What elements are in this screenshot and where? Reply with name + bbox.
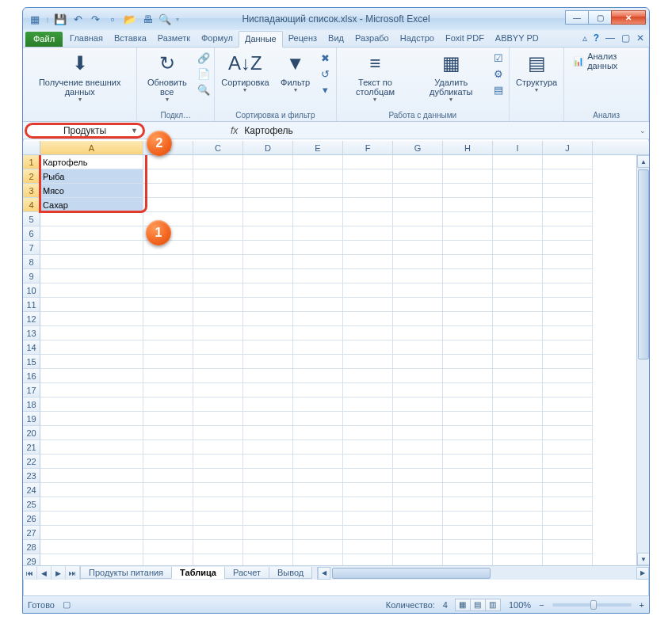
- cell-G17[interactable]: [393, 383, 443, 397]
- cell-H9[interactable]: [443, 269, 493, 283]
- cell-F11[interactable]: [343, 298, 393, 312]
- cell-C10[interactable]: [193, 283, 243, 298]
- cell-G5[interactable]: [393, 212, 443, 226]
- row-header-20[interactable]: 20: [23, 426, 40, 440]
- column-header-J[interactable]: J: [543, 141, 593, 154]
- cell-D20[interactable]: [243, 426, 293, 440]
- zoom-slider[interactable]: [552, 603, 632, 607]
- ribbon-button[interactable]: ↻Обновить все▾: [140, 49, 193, 106]
- cell-F7[interactable]: [343, 241, 393, 255]
- cell-D16[interactable]: [243, 369, 293, 383]
- cell-A28[interactable]: [40, 540, 143, 554]
- cell-C24[interactable]: [193, 483, 243, 497]
- cell-I5[interactable]: [493, 212, 543, 226]
- undo-icon[interactable]: ↶: [71, 12, 85, 26]
- cell-H22[interactable]: [443, 455, 493, 469]
- cell-E22[interactable]: [293, 455, 343, 469]
- cell-J2[interactable]: [543, 169, 593, 184]
- open-icon[interactable]: 📂: [123, 12, 137, 26]
- redo-icon[interactable]: ↷: [88, 12, 102, 26]
- data-analysis-button[interactable]: 📊Анализ данных: [567, 49, 645, 73]
- hscroll-thumb[interactable]: [332, 568, 491, 579]
- row-header-11[interactable]: 11: [23, 298, 40, 312]
- cell-G14[interactable]: [393, 340, 443, 355]
- cell-B11[interactable]: [143, 298, 193, 312]
- cell-I1[interactable]: [493, 155, 543, 169]
- cell-A7[interactable]: [40, 241, 143, 255]
- cell-G8[interactable]: [393, 255, 443, 269]
- cell-C15[interactable]: [193, 355, 243, 369]
- horizontal-scrollbar[interactable]: ◀ ▶: [317, 567, 649, 580]
- row-header-4[interactable]: 4: [23, 198, 40, 212]
- cell-F18[interactable]: [343, 397, 393, 412]
- row-header-21[interactable]: 21: [23, 440, 40, 455]
- cell-D18[interactable]: [243, 397, 293, 412]
- column-header-D[interactable]: D: [243, 141, 293, 154]
- help-icon[interactable]: ?: [594, 32, 599, 44]
- cell-C9[interactable]: [193, 269, 243, 283]
- cell-E15[interactable]: [293, 355, 343, 369]
- cell-H29[interactable]: [443, 554, 493, 565]
- cell-D22[interactable]: [243, 455, 293, 469]
- cell-H26[interactable]: [443, 512, 493, 526]
- cell-B3[interactable]: [143, 184, 193, 198]
- row-header-1[interactable]: 1: [23, 155, 40, 169]
- cell-A22[interactable]: [40, 455, 143, 469]
- cell-D14[interactable]: [243, 340, 293, 355]
- cell-F26[interactable]: [343, 512, 393, 526]
- cell-D6[interactable]: [243, 226, 293, 241]
- cell-F3[interactable]: [343, 184, 393, 198]
- row-header-27[interactable]: 27: [23, 526, 40, 540]
- row-header-18[interactable]: 18: [23, 397, 40, 412]
- zoom-in-icon[interactable]: +: [640, 600, 644, 610]
- cell-D3[interactable]: [243, 184, 293, 198]
- cell-C27[interactable]: [193, 526, 243, 540]
- cell-F15[interactable]: [343, 355, 393, 369]
- cell-F19[interactable]: [343, 412, 393, 426]
- cell-I9[interactable]: [493, 269, 543, 283]
- cell-H15[interactable]: [443, 355, 493, 369]
- cell-J5[interactable]: [543, 212, 593, 226]
- ribbon-tab-0[interactable]: Главная: [64, 31, 109, 47]
- cell-H10[interactable]: [443, 283, 493, 298]
- cell-C21[interactable]: [193, 440, 243, 455]
- ribbon-tab-2[interactable]: Разметк: [152, 31, 196, 47]
- cell-F2[interactable]: [343, 169, 393, 184]
- cell-A26[interactable]: [40, 512, 143, 526]
- chevron-down-icon[interactable]: ▾: [449, 97, 452, 104]
- cell-D29[interactable]: [243, 554, 293, 565]
- grid[interactable]: 1Картофель2Рыба3Мясо4Сахар56789101112131…: [23, 155, 649, 565]
- cell-A19[interactable]: [40, 412, 143, 426]
- cell-G25[interactable]: [393, 497, 443, 512]
- cell-I17[interactable]: [493, 383, 543, 397]
- cell-C2[interactable]: [193, 169, 243, 184]
- row-header-16[interactable]: 16: [23, 369, 40, 383]
- cell-C3[interactable]: [193, 184, 243, 198]
- cell-D4[interactable]: [243, 198, 293, 212]
- cell-A15[interactable]: [40, 355, 143, 369]
- row-header-9[interactable]: 9: [23, 269, 40, 283]
- chevron-down-icon[interactable]: ▾: [166, 97, 169, 104]
- cell-G1[interactable]: [393, 155, 443, 169]
- row-header-26[interactable]: 26: [23, 512, 40, 526]
- chevron-down-icon[interactable]: ▾: [535, 87, 538, 94]
- cell-G20[interactable]: [393, 426, 443, 440]
- cell-F20[interactable]: [343, 426, 393, 440]
- cell-G29[interactable]: [393, 554, 443, 565]
- cell-B8[interactable]: [143, 255, 193, 269]
- cell-F12[interactable]: [343, 312, 393, 326]
- cell-E3[interactable]: [293, 184, 343, 198]
- cell-I7[interactable]: [493, 241, 543, 255]
- cell-A1[interactable]: Картофель: [40, 155, 143, 169]
- fx-icon[interactable]: fx: [231, 125, 238, 136]
- cell-E23[interactable]: [293, 469, 343, 483]
- cell-J7[interactable]: [543, 241, 593, 255]
- cell-G7[interactable]: [393, 241, 443, 255]
- sheet-last-icon[interactable]: ⏭: [66, 566, 80, 580]
- cell-F16[interactable]: [343, 369, 393, 383]
- cell-I10[interactable]: [493, 283, 543, 298]
- cell-F25[interactable]: [343, 497, 393, 512]
- cell-E10[interactable]: [293, 283, 343, 298]
- macro-icon[interactable]: ▢: [63, 599, 71, 610]
- column-header-A[interactable]: A: [40, 141, 143, 154]
